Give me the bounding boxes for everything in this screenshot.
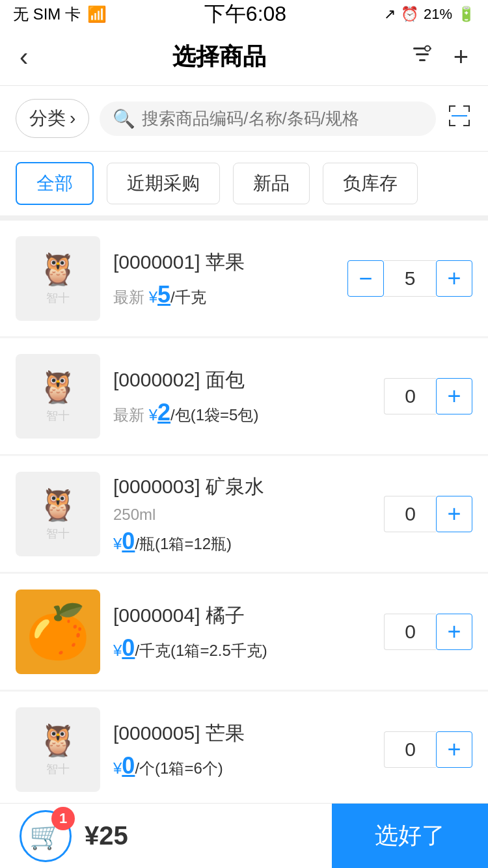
product-info: [0000001] 苹果 最新 ¥5/千克 <box>113 249 334 308</box>
product-name: [0000003] 矿泉水 <box>113 474 371 500</box>
status-bar: 无 SIM 卡 📶 下午6:08 ↗ ⏰ 21% 🔋 <box>0 0 488 29</box>
page-title: 选择商品 <box>172 41 266 73</box>
search-magnifier-icon: 🔍 <box>113 108 135 129</box>
location-icon: ↗ <box>384 6 396 23</box>
owl-icon: 🦉 <box>38 487 77 523</box>
quantity-increase-button[interactable]: + <box>436 260 472 297</box>
product-info: [0000004] 橘子 ¥0/千克(1箱=2.5千克) <box>113 603 371 662</box>
owl-icon: 🦉 <box>38 722 77 759</box>
product-name: [0000001] 苹果 <box>113 249 334 276</box>
scan-barcode-icon[interactable] <box>446 103 472 135</box>
nav-bar: ‹ 选择商品 + <box>0 29 488 86</box>
product-name: [0000002] 面包 <box>113 367 371 394</box>
list-item: 🦉 智十 [0000002] 面包 最新 ¥2/包(1袋=5包) + <box>0 338 488 455</box>
category-label: 分类 <box>29 106 66 131</box>
category-arrow-icon: › <box>70 108 75 129</box>
svg-rect-12 <box>452 115 467 116</box>
svg-rect-9 <box>449 120 450 126</box>
product-info: [0000002] 面包 最新 ¥2/包(1袋=5包) <box>113 367 371 426</box>
quantity-control: + <box>384 731 472 768</box>
carrier-text: 无 SIM 卡 <box>13 4 81 25</box>
confirm-button[interactable]: 选好了 <box>332 804 488 869</box>
list-item: 🦉 智十 [0000001] 苹果 最新 ¥5/千克 − + <box>0 221 488 337</box>
product-thumbnail: 🦉 智十 <box>16 707 100 792</box>
search-input-wrap: 🔍 <box>100 102 436 136</box>
battery-icon: 🔋 <box>457 6 475 23</box>
status-right: ↗ ⏰ 21% 🔋 <box>384 6 475 23</box>
wifi-icon: 📶 <box>87 5 107 23</box>
filter-tabs: 全部 近期采购 新品 负库存 <box>0 152 488 221</box>
status-left: 无 SIM 卡 📶 <box>13 4 107 25</box>
product-list: 🦉 智十 [0000001] 苹果 最新 ¥5/千克 − + 🦉 智十 [000… <box>0 221 488 868</box>
product-info: [0000005] 芒果 ¥0/个(1箱=6个) <box>113 720 371 780</box>
quantity-input[interactable] <box>384 260 436 297</box>
alarm-icon: ⏰ <box>401 6 418 23</box>
product-info: [0000003] 矿泉水 250ml ¥0/瓶(1箱=12瓶) <box>113 474 371 555</box>
quantity-increase-button[interactable]: + <box>436 496 472 532</box>
product-price: 最新 ¥5/千克 <box>113 281 334 308</box>
quantity-control: + <box>384 496 472 532</box>
owl-icon: 🦉 <box>38 251 77 288</box>
product-spec: 250ml <box>113 506 371 524</box>
quantity-input[interactable] <box>384 496 436 532</box>
quantity-control: + <box>384 378 472 414</box>
cart-button[interactable]: 🛒 1 <box>20 810 72 862</box>
back-button[interactable]: ‹ <box>20 42 28 72</box>
tab-new-products[interactable]: 新品 <box>233 163 310 204</box>
quantity-increase-button[interactable]: + <box>436 731 472 768</box>
time-display: 下午6:08 <box>204 0 286 29</box>
quantity-decrease-button[interactable]: − <box>347 260 384 297</box>
product-thumbnail: 🦉 智十 <box>16 354 100 439</box>
product-name: [0000004] 橘子 <box>113 603 371 629</box>
add-button[interactable]: + <box>454 42 468 72</box>
tab-negative-stock[interactable]: 负库存 <box>323 163 418 204</box>
product-price: ¥0/千克(1箱=2.5千克) <box>113 634 371 662</box>
svg-rect-1 <box>416 53 429 55</box>
product-price: 最新 ¥2/包(1袋=5包) <box>113 399 371 426</box>
product-price: ¥0/个(1箱=6个) <box>113 752 371 780</box>
nav-actions: + <box>411 42 468 72</box>
quantity-increase-button[interactable]: + <box>436 614 472 650</box>
svg-rect-2 <box>419 59 426 61</box>
quantity-control: + <box>384 614 472 650</box>
tab-all[interactable]: 全部 <box>16 162 94 205</box>
quantity-input[interactable] <box>384 614 436 650</box>
svg-rect-5 <box>449 105 450 112</box>
category-button[interactable]: 分类 › <box>16 99 89 138</box>
cart-section: 🛒 1 ¥25 <box>0 810 332 862</box>
filter-icon[interactable] <box>411 42 434 72</box>
battery-text: 21% <box>424 6 452 23</box>
svg-rect-7 <box>468 105 470 112</box>
cart-total: ¥25 <box>85 821 128 850</box>
search-input[interactable] <box>142 109 423 129</box>
product-price: ¥0/瓶(1箱=12瓶) <box>113 528 371 555</box>
search-area: 分类 › 🔍 <box>0 86 488 152</box>
list-item: 🦉 智十 [0000005] 芒果 ¥0/个(1箱=6个) + <box>0 692 488 808</box>
list-item: 🍊 [0000004] 橘子 ¥0/千克(1箱=2.5千克) + <box>0 574 488 690</box>
list-item: 🦉 智十 [0000003] 矿泉水 250ml ¥0/瓶(1箱=12瓶) + <box>0 456 488 573</box>
product-thumbnail: 🦉 智十 <box>16 236 100 321</box>
svg-point-3 <box>425 46 430 51</box>
bottom-bar: 🛒 1 ¥25 选好了 <box>0 803 488 868</box>
tab-recent-purchase[interactable]: 近期采购 <box>107 163 220 204</box>
quantity-input[interactable] <box>384 378 436 414</box>
quantity-input[interactable] <box>384 731 436 768</box>
cart-badge: 1 <box>51 807 75 830</box>
product-name: [0000005] 芒果 <box>113 720 371 747</box>
product-thumbnail: 🍊 <box>16 590 100 674</box>
quantity-control: − + <box>347 260 472 297</box>
svg-rect-11 <box>468 120 470 126</box>
product-thumbnail: 🦉 智十 <box>16 472 100 556</box>
owl-icon: 🦉 <box>38 369 77 405</box>
quantity-increase-button[interactable]: + <box>436 378 472 414</box>
